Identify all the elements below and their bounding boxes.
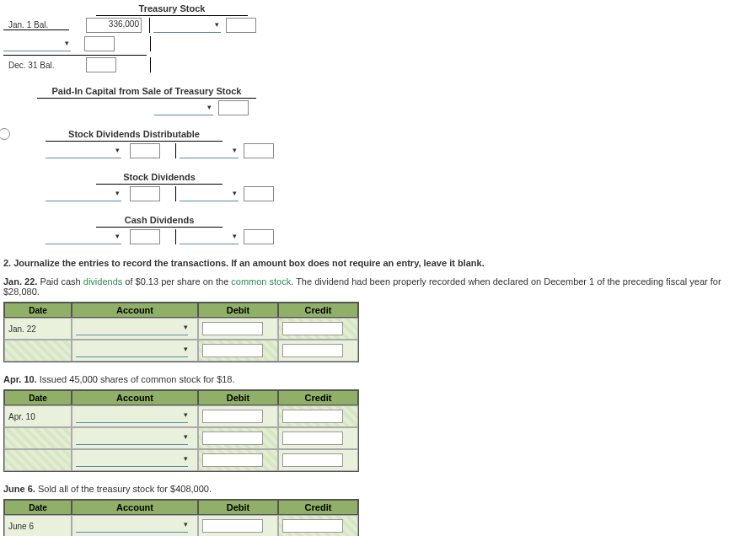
treasury-credit-amount-input[interactable]: [226, 18, 256, 33]
apr10-credit3-input[interactable]: [282, 453, 343, 467]
sd-debit-date-dropdown[interactable]: [46, 187, 121, 201]
treasury-debit-date-dropdown[interactable]: [3, 37, 71, 51]
t-account-treasury: Treasury Stock Jan. 1 Bal. 336,000 Dec. …: [3, 3, 256, 74]
jan22-link-commonstock[interactable]: common stock: [231, 276, 291, 287]
treasury-dec31-value-input[interactable]: [86, 57, 116, 72]
apr10-text: Apr. 10. Issued 45,000 shares of common …: [3, 374, 753, 384]
th-date: Date: [4, 390, 72, 405]
jan22-date2: [4, 340, 72, 362]
jan22-acct2-dropdown[interactable]: [76, 345, 188, 357]
jan22-t1: Paid cash: [37, 276, 83, 287]
t-account-cd: Cash Dividends: [46, 215, 298, 246]
q2-intro-text: 2. Journalize the entries to record the …: [3, 258, 485, 268]
apr10-debit2-input[interactable]: [202, 431, 263, 445]
th-account: Account: [72, 303, 198, 318]
apr10-debit1-input[interactable]: [202, 410, 263, 423]
t-account-sdd: Stock Dividends Distributable: [46, 129, 298, 160]
jun6-text: June 6. Sold all of the treasury stock f…: [3, 484, 753, 494]
apr10-date: Apr. 10: [4, 405, 72, 427]
cd-debit-date-dropdown[interactable]: [46, 230, 121, 244]
jan22-credit1-input[interactable]: [282, 322, 343, 335]
treasury-debit-amount-input[interactable]: [84, 36, 115, 51]
jan22-prefix: Jan. 22.: [3, 276, 37, 287]
apr10-acct3-dropdown[interactable]: [76, 454, 188, 467]
th-credit: Credit: [278, 390, 358, 405]
cd-credit-date-dropdown[interactable]: [180, 230, 239, 244]
th-debit: Debit: [198, 500, 278, 515]
q2-intro: 2. Journalize the entries to record the …: [3, 258, 753, 268]
th-date: Date: [4, 303, 72, 318]
jan22-t2: of $0.13 per share on the: [122, 276, 231, 287]
jan22-acct1-dropdown[interactable]: [76, 323, 188, 335]
sd-credit-amount-input[interactable]: [244, 186, 274, 201]
jun6-body: Sold all of the treasury stock for $408,…: [35, 484, 212, 494]
th-date: Date: [4, 500, 72, 515]
sdd-credit-amount-input[interactable]: [244, 143, 274, 158]
t-account-sd: Stock Dividends: [46, 172, 298, 203]
apr10-body: Issued 45,000 shares of common stock for…: [37, 374, 235, 384]
jun6-prefix: June 6.: [3, 484, 35, 494]
t-title-paidin: Paid-In Capital from Sale of Treasury St…: [37, 86, 256, 99]
apr10-acct1-dropdown[interactable]: [76, 410, 188, 423]
sd-credit-date-dropdown[interactable]: [180, 187, 239, 201]
radio-stub: [0, 128, 10, 140]
treasury-jan1-value: 336,000: [86, 18, 142, 33]
th-debit: Debit: [198, 303, 278, 318]
th-account: Account: [72, 500, 198, 515]
t-account-paidin: Paid-In Capital from Sale of Treasury St…: [37, 86, 290, 117]
apr10-date3: [4, 449, 72, 471]
sdd-debit-date-dropdown[interactable]: [46, 144, 121, 158]
jan22-link-dividends[interactable]: dividends: [83, 276, 122, 287]
cd-credit-amount-input[interactable]: [244, 229, 274, 244]
treasury-jan1-label: Jan. 1 Bal.: [3, 20, 69, 30]
sdd-debit-amount-input[interactable]: [130, 143, 160, 158]
t-title-sd: Stock Dividends: [96, 172, 223, 185]
th-debit: Debit: [198, 390, 278, 405]
t-title-sdd: Stock Dividends Distributable: [46, 129, 223, 142]
apr10-acct2-dropdown[interactable]: [76, 432, 188, 445]
journal-apr10: Date Account Debit Credit Apr. 10: [3, 389, 359, 472]
paidin-credit-date-dropdown[interactable]: [154, 101, 213, 115]
treasury-credit-date-dropdown[interactable]: [153, 19, 221, 33]
jan22-debit2-input[interactable]: [202, 344, 263, 357]
apr10-credit1-input[interactable]: [282, 410, 343, 423]
journal-jun6: Date Account Debit Credit June 6: [3, 499, 359, 536]
treasury-dec31-label: Dec. 31 Bal.: [3, 61, 72, 70]
paidin-credit-amount-input[interactable]: [218, 100, 249, 115]
t-title-cd: Cash Dividends: [96, 215, 223, 228]
apr10-debit3-input[interactable]: [202, 453, 263, 467]
apr10-date2: [4, 427, 72, 449]
sd-debit-amount-input[interactable]: [130, 186, 160, 201]
sdd-credit-date-dropdown[interactable]: [180, 144, 239, 158]
th-account: Account: [72, 390, 198, 405]
th-credit: Credit: [278, 303, 358, 318]
jun6-credit1-input[interactable]: [282, 519, 343, 533]
th-credit: Credit: [278, 500, 358, 515]
jun6-date: June 6: [4, 515, 72, 536]
jan22-date: Jan. 22: [4, 318, 72, 340]
jun6-acct1-dropdown[interactable]: [76, 520, 188, 533]
apr10-prefix: Apr. 10.: [3, 374, 37, 384]
jan22-text: Jan. 22. Paid cash dividends of $0.13 pe…: [3, 276, 753, 297]
t-title-treasury: Treasury Stock: [96, 3, 248, 16]
cd-debit-amount-input[interactable]: [130, 229, 160, 244]
apr10-credit2-input[interactable]: [282, 431, 343, 445]
journal-jan22: Date Account Debit Credit Jan. 22: [3, 302, 359, 362]
jun6-debit1-input[interactable]: [202, 519, 263, 533]
jan22-debit1-input[interactable]: [202, 322, 263, 335]
jan22-credit2-input[interactable]: [282, 344, 343, 357]
